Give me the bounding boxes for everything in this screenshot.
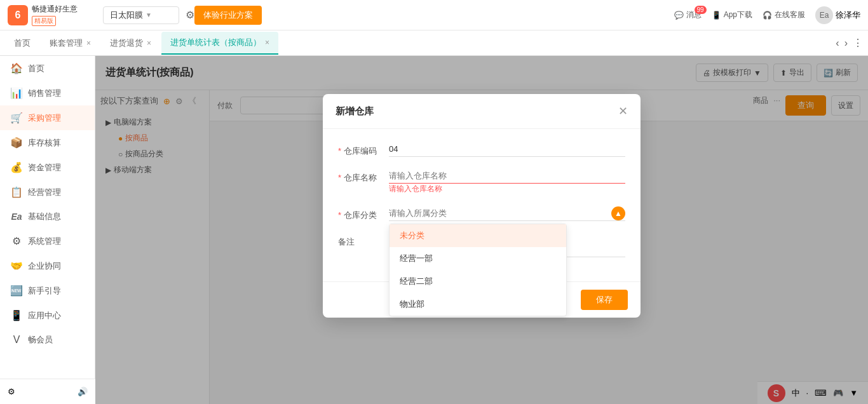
speaker-icon[interactable]: 🔊 <box>78 387 88 396</box>
gear-button[interactable]: ⚙ <box>186 9 194 21</box>
name-error: 请输入仓库名称 <box>389 184 442 193</box>
tab-bar: 首页 账套管理 × 进货退货 × 进货单统计表（按商品） × ‹ › ⋮ <box>0 30 868 56</box>
message-item[interactable]: 💬 消息 99 <box>674 10 702 20</box>
sidebar-bottom: ⚙ 🔊 <box>0 379 95 404</box>
sidebar-item-inventory[interactable]: 📦 库存核算 <box>0 130 95 155</box>
settings-bottom-icon[interactable]: ⚙ <box>8 387 15 396</box>
sidebar-item-membership[interactable]: V 畅会员 <box>0 328 95 352</box>
store-selector[interactable]: 日太阳膜 ▼ <box>103 6 179 24</box>
sidebar-item-sales[interactable]: 📊 销售管理 <box>0 81 95 105</box>
content-area: 进货单统计(按商品) 🖨 按模板打印 ▼ ⬆ 导出 🔄 刷新 <box>95 56 868 404</box>
sidebar-item-system[interactable]: ⚙ 系统管理 <box>0 229 95 253</box>
tab-account[interactable]: 账套管理 × <box>41 32 100 55</box>
modal-close-button[interactable]: ✕ <box>618 104 628 118</box>
tab-menu-button[interactable]: ⋮ <box>853 37 863 49</box>
finance-icon: 💰 <box>10 161 23 173</box>
sidebar-item-app-center[interactable]: 📱 应用中心 <box>0 303 95 328</box>
save-button[interactable]: 保存 <box>581 290 628 310</box>
sales-icon: 📊 <box>10 87 23 99</box>
sidebar-item-operations[interactable]: 📋 经营管理 <box>0 180 95 205</box>
user-info[interactable]: Ea 徐泽华 <box>815 6 860 24</box>
dropdown-item-dept2[interactable]: 经营二部 <box>390 270 566 293</box>
sidebar-item-home[interactable]: 🏠 首页 <box>0 56 95 81</box>
logo-area: 6 畅捷通好生意 精易版 <box>8 4 103 26</box>
dropdown-item-unclassified[interactable]: 未分类 <box>390 224 566 247</box>
message-badge: 99 <box>695 6 707 14</box>
headset-icon: 🎧 <box>763 11 772 20</box>
warehouse-code-field: 仓库编码 <box>338 142 625 157</box>
purchase-icon: 🛒 <box>10 112 23 124</box>
tab-home[interactable]: 首页 <box>5 32 39 55</box>
dropdown-item-property[interactable]: 物业部 <box>390 293 566 316</box>
info-icon: Ea <box>10 212 23 222</box>
tab-purchase-stats[interactable]: 进货单统计表（按商品） × <box>161 32 278 55</box>
tab-bar-actions: ‹ › ⋮ <box>836 37 863 49</box>
name-label: 仓库名称 <box>338 168 389 184</box>
trial-button[interactable]: 体验行业方案 <box>194 6 262 25</box>
app-download-item[interactable]: 📱 App下载 <box>712 10 752 20</box>
tab-prev-button[interactable]: ‹ <box>836 37 839 49</box>
code-label: 仓库编码 <box>338 142 389 157</box>
logo-icon: 6 <box>8 5 28 25</box>
category-input[interactable] <box>389 206 625 221</box>
operations-icon: 📋 <box>10 186 23 198</box>
warehouse-code-input[interactable] <box>389 142 625 157</box>
modal-title: 新增仓库 <box>336 105 374 118</box>
system-icon: ⚙ <box>10 235 23 247</box>
warehouse-category-field: 仓库分类 ▲ 未分类 经营一部 经营二部 物业部 <box>338 206 625 221</box>
sidebar-item-finance[interactable]: 💰 资金管理 <box>0 155 95 180</box>
logo-text: 畅捷通好生意 精易版 <box>32 4 78 26</box>
tab-close-purchase-return[interactable]: × <box>147 39 151 48</box>
dropdown-item-dept1[interactable]: 经营一部 <box>390 247 566 270</box>
phone-icon: 📱 <box>712 11 721 20</box>
home-icon: 🏠 <box>10 62 23 74</box>
enterprise-icon: 🤝 <box>10 260 23 272</box>
message-icon: 💬 <box>674 11 684 20</box>
warehouse-name-input[interactable] <box>389 168 625 184</box>
chevron-down-icon: ▼ <box>146 11 152 18</box>
inventory-icon: 📦 <box>10 137 23 149</box>
tab-next-button[interactable]: › <box>844 37 848 49</box>
avatar: Ea <box>815 6 833 24</box>
category-select-wrapper: ▲ 未分类 经营一部 经营二部 物业部 <box>389 206 625 221</box>
main-layout: 🏠 首页 📊 销售管理 🛒 采购管理 📦 库存核算 💰 资金管理 📋 经营管理 … <box>0 56 868 404</box>
category-label: 仓库分类 <box>338 206 389 221</box>
guide-icon: 🆕 <box>10 285 23 297</box>
modal-header: 新增仓库 ✕ <box>323 94 641 129</box>
sidebar-item-enterprise[interactable]: 🤝 企业协同 <box>0 253 95 278</box>
top-header: 6 畅捷通好生意 精易版 日太阳膜 ▼ ⚙ 体验行业方案 💬 消息 99 📱 A… <box>0 0 868 30</box>
tab-purchase-return[interactable]: 进货退货 × <box>101 32 160 55</box>
modal-overlay: 新增仓库 ✕ 仓库编码 仓库名称 <box>95 56 868 404</box>
app-center-icon: 📱 <box>10 309 23 321</box>
membership-icon: V <box>10 334 23 346</box>
modal-body: 仓库编码 仓库名称 请输入仓库名称 <box>323 129 641 281</box>
header-actions: 💬 消息 99 📱 App下载 🎧 在线客服 Ea 徐泽华 <box>674 6 860 24</box>
service-item[interactable]: 🎧 在线客服 <box>763 10 805 20</box>
sidebar-item-basic-info[interactable]: Ea 基础信息 <box>0 205 95 229</box>
sidebar-item-guide[interactable]: 🆕 新手引导 <box>0 278 95 303</box>
category-dropdown: 未分类 经营一部 经营二部 物业部 <box>389 224 567 316</box>
tab-close-purchase-stats[interactable]: × <box>265 38 269 47</box>
tab-close-account[interactable]: × <box>86 39 91 48</box>
category-toggle-button[interactable]: ▲ <box>611 206 625 220</box>
sidebar-item-purchase[interactable]: 🛒 采购管理 <box>0 105 95 130</box>
new-warehouse-modal: 新增仓库 ✕ 仓库编码 仓库名称 <box>323 94 641 318</box>
warehouse-name-field: 仓库名称 请输入仓库名称 <box>338 168 625 194</box>
remark-label: 备注 <box>338 232 389 248</box>
sidebar: 🏠 首页 📊 销售管理 🛒 采购管理 📦 库存核算 💰 资金管理 📋 经营管理 … <box>0 56 95 404</box>
